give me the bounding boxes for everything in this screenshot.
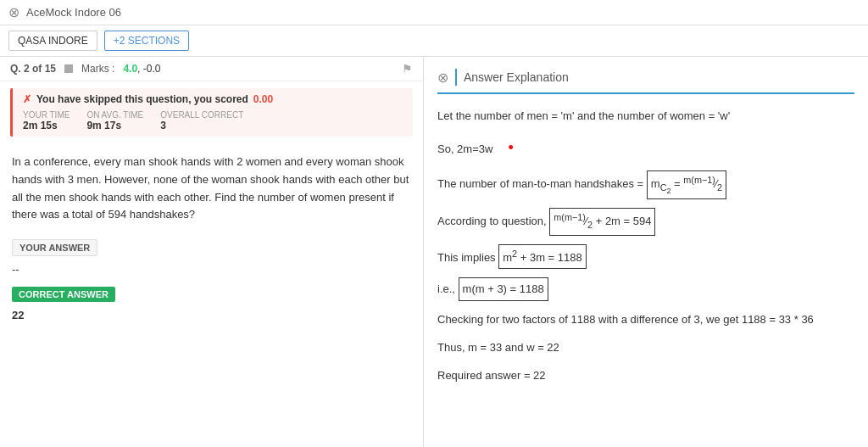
answer-header-title: Answer Explanation (464, 70, 569, 84)
skip-title: ✗ You have skipped this question, you sc… (23, 93, 403, 105)
stat-overall-value: 3 (160, 120, 166, 131)
stats-row: YOUR TIME 2m 15s ON AVG. TIME 9m 17s OVE… (23, 110, 403, 131)
marks-negative: -0.0 (143, 63, 161, 75)
stat-your-time-label: YOUR TIME (23, 110, 70, 120)
skip-message: You have skipped this question, you scor… (36, 93, 248, 105)
tab-qasa[interactable]: QASA INDORE (8, 31, 97, 51)
stat-your-time-value: 2m 15s (23, 120, 58, 131)
math-formula-4: m(m + 3) = 1188 (459, 277, 548, 300)
marks-positive: 4.0 (123, 63, 137, 75)
x-icon: ✗ (23, 93, 31, 105)
question-number: Q. 2 of 15 (10, 63, 56, 75)
expl-line-7: Checking for two factors of 1188 with a … (437, 310, 854, 329)
your-answer-value: -- (0, 260, 423, 280)
math-formula-1: mC2 = m(m−1)⁄2 (647, 170, 726, 199)
stat-your-time: YOUR TIME 2m 15s (23, 110, 70, 131)
left-panel: Q. 2 of 15 Marks : 4.0, -0.0 ⚑ ✗ You hav… (0, 57, 424, 447)
skip-score: 0.00 (253, 93, 273, 105)
stat-avg-time-value: 9m 17s (86, 120, 121, 131)
marks-separator (64, 64, 73, 73)
close-icon[interactable]: ⊗ (8, 4, 19, 20)
math-formula-3: m2 + 3m = 1188 (498, 244, 587, 270)
correct-answer-section: CORRECT ANSWER 22 (0, 280, 423, 325)
math-formula-2: m(m−1)⁄2 + 2m = 594 (549, 208, 655, 235)
answer-header: ⊗ Answer Explanation (437, 69, 854, 94)
main-container: Q. 2 of 15 Marks : 4.0, -0.0 ⚑ ✗ You hav… (0, 57, 868, 447)
expl-line-8: Thus, m = 33 and w = 22 (437, 338, 854, 357)
marks-comma: , (137, 63, 140, 75)
answer-close-icon[interactable]: ⊗ (437, 70, 448, 86)
expl-line-3: The number of man-to-man handshakes = mC… (437, 170, 854, 199)
skipped-notification: ✗ You have skipped this question, you sc… (10, 88, 413, 137)
expl-line-4: According to question, m(m−1)⁄2 + 2m = 5… (437, 208, 854, 235)
expl-line-1: Let the number of men = 'm' and the numb… (437, 106, 854, 126)
question-meta: Q. 2 of 15 Marks : 4.0, -0.0 ⚑ (0, 57, 423, 81)
expl-line-2: So, 2m=3w • (437, 134, 854, 161)
stat-overall-correct: OVERALL CORRECT 3 (160, 110, 243, 131)
expl-line-5: This implies m2 + 3m = 1188 (437, 244, 854, 270)
title-bar: ⊗ AceMock Indore 06 (0, 0, 868, 25)
marks-value: 4.0, -0.0 (123, 63, 160, 75)
expl-line-9: Required answer = 22 (437, 366, 854, 385)
stat-avg-time-label: ON AVG. TIME (86, 110, 143, 120)
correct-answer-label: CORRECT ANSWER (12, 287, 115, 302)
bookmark-icon[interactable]: ⚑ (402, 62, 413, 75)
right-panel: ⊗ Answer Explanation Let the number of m… (424, 57, 868, 447)
question-text: In a conference, every man shook hands w… (0, 143, 423, 234)
marks-label: Marks : (81, 63, 114, 75)
tabs-bar: QASA INDORE +2 SECTIONS (0, 25, 868, 57)
tab-sections[interactable]: +2 SECTIONS (104, 31, 189, 51)
your-answer-label: YOUR ANSWER (12, 239, 97, 256)
explanation-content: Let the number of men = 'm' and the numb… (437, 106, 854, 386)
stat-avg-time: ON AVG. TIME 9m 17s (86, 110, 143, 131)
header-separator (455, 69, 457, 86)
your-answer-section: YOUR ANSWER -- (0, 234, 423, 280)
expl-line-6: i.e., m(m + 3) = 1188 (437, 277, 854, 300)
correct-answer-value: 22 (0, 305, 423, 325)
app-title: AceMock Indore 06 (26, 6, 121, 19)
stat-overall-label: OVERALL CORRECT (160, 110, 243, 120)
